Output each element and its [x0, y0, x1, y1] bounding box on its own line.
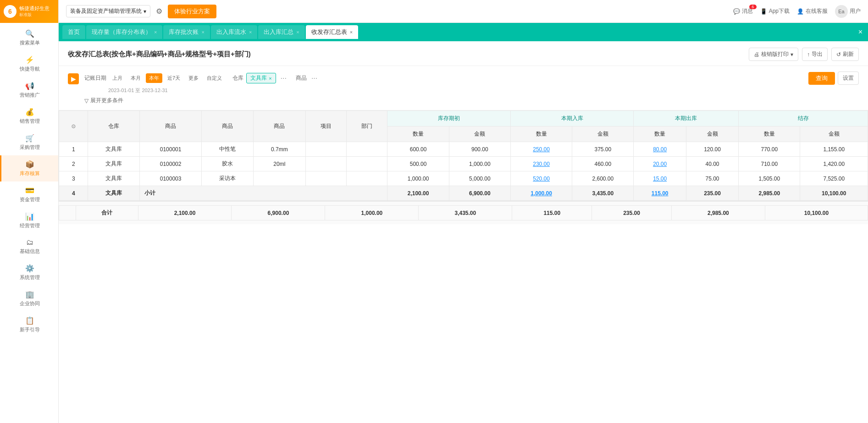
- user-item[interactable]: Ea 用户: [835, 5, 861, 18]
- app-download-item[interactable]: 📱 App下载: [760, 7, 790, 15]
- tab-label-home: 首页: [68, 28, 80, 36]
- system-name-label: 装备及固定资产辅助管理系统: [70, 7, 142, 15]
- table-row: 3 文具库 0100003 采访本 1,000.00 5,000.00 520.…: [59, 171, 868, 186]
- app-download-label: App下载: [769, 7, 790, 15]
- row-out-amt: 120.00: [686, 142, 738, 157]
- sidebar-item-basic[interactable]: 🗂 基础信息: [0, 234, 58, 259]
- tab-inventory_dist[interactable]: 现存量（库存分布表）×: [86, 25, 162, 39]
- sidebar-label-system: 系统管理: [20, 274, 40, 281]
- row-goods-spec: 20ml: [253, 157, 305, 171]
- tab-recv_send[interactable]: 收发存汇总表×: [306, 25, 358, 39]
- warehouse-tag: 文具库 ×: [246, 73, 276, 83]
- refresh-icon: ↺: [836, 51, 841, 58]
- message-icon: 💬: [733, 8, 740, 15]
- tab-close-recv_send[interactable]: ×: [350, 29, 353, 35]
- filter-toggle-button[interactable]: ▶: [68, 73, 79, 84]
- row-dept: [347, 142, 387, 157]
- row-out-qty[interactable]: 20.00: [634, 157, 686, 171]
- sidebar-item-purchase[interactable]: 🛒 采购管理: [0, 129, 58, 155]
- expand-label: 展开更多条件: [90, 97, 123, 104]
- row-in-qty[interactable]: 230.00: [510, 157, 572, 171]
- col-out-qty: 数量: [634, 126, 686, 142]
- experience-button[interactable]: 体验行业方案: [168, 5, 216, 18]
- subtotal-warehouse: 文具库: [88, 186, 140, 201]
- row-close-amt: 1,155.00: [800, 142, 868, 157]
- row-close-amt: 1,420.00: [800, 157, 868, 171]
- col-close-amt: 金额: [800, 126, 868, 142]
- row-open-amt: 5,000.00: [449, 171, 510, 186]
- system-select[interactable]: 装备及固定资产辅助管理系统 ▾: [66, 5, 150, 17]
- tab-label-inventory_dist: 现存量（库存分布表）: [92, 28, 151, 36]
- tab-close-inout_summary[interactable]: ×: [296, 29, 299, 35]
- export-button[interactable]: ↑ 导出: [802, 48, 828, 61]
- row-close-qty: 710.00: [739, 157, 800, 171]
- sidebar-item-inventory[interactable]: 📦 库存核算: [0, 155, 58, 181]
- subtotal-out-qty[interactable]: 115.00: [634, 186, 686, 201]
- date-btn-自定义[interactable]: 自定义: [204, 73, 225, 83]
- sidebar-item-operation[interactable]: 📊 经营管理: [0, 208, 58, 234]
- warehouse-label: 仓库: [232, 74, 243, 82]
- date-btn-本月[interactable]: 本月: [127, 73, 144, 83]
- row-open-qty: 500.00: [387, 157, 449, 171]
- subtotal-label: 小计: [140, 186, 387, 201]
- row-out-qty[interactable]: 15.00: [634, 171, 686, 186]
- expand-more-button[interactable]: ▽ 展开更多条件: [84, 97, 859, 104]
- print-icon: 🖨: [754, 51, 759, 58]
- date-btn-上月[interactable]: 上月: [109, 73, 126, 83]
- tab-label-inout_flow: 出入库流水: [216, 28, 246, 36]
- sidebar-label-basic: 基础信息: [20, 248, 40, 255]
- date-btn-本年[interactable]: 本年: [146, 73, 162, 83]
- tab-bar: 首页现存量（库存分布表）×库存批次账×出入库流水×出入库汇总×收发存汇总表××: [59, 23, 868, 41]
- col-close-qty: 数量: [739, 126, 800, 142]
- tab-close-inventory_dist[interactable]: ×: [154, 29, 157, 35]
- row-in-qty[interactable]: 520.00: [510, 171, 572, 186]
- total-out-amt: 235.00: [592, 206, 672, 220]
- sidebar-item-marketing[interactable]: 📢 营销推广: [0, 77, 58, 103]
- row-dept: [347, 157, 387, 171]
- tab-home[interactable]: 首页: [62, 25, 85, 39]
- row-open-qty: 1,000.00: [387, 171, 449, 186]
- sidebar-item-sales[interactable]: 💰 销售管理: [0, 103, 58, 129]
- row-out-qty[interactable]: 80.00: [634, 142, 686, 157]
- warehouse-tag-close[interactable]: ×: [269, 76, 271, 81]
- sidebar-item-quick-nav[interactable]: ⚡ 快捷导航: [0, 51, 58, 77]
- tab-bar-close[interactable]: ×: [857, 26, 864, 38]
- online-service-item[interactable]: 👤 在线客服: [797, 7, 828, 15]
- row-goods-name: 中性笔: [201, 142, 253, 157]
- sidebar-icon-system: ⚙️: [25, 264, 34, 273]
- row-in-qty[interactable]: 250.00: [510, 142, 572, 157]
- settings-button[interactable]: 设置: [838, 71, 859, 85]
- sidebar-item-system[interactable]: ⚙️ 系统管理: [0, 259, 58, 286]
- print-button[interactable]: 🖨 核销版打印 ▾: [749, 48, 798, 61]
- topbar-settings-icon[interactable]: ⚙: [156, 7, 162, 16]
- table-row: 2 文具库 0100002 胶水 20ml 500.00 1,000.00 23…: [59, 157, 868, 171]
- page-actions: 🖨 核销版打印 ▾ ↑ 导出 ↺ 刷新: [749, 48, 859, 61]
- goods-ellipsis[interactable]: ···: [310, 74, 319, 82]
- date-filter: 记账日期 上月本月本年近7天更多自定义: [84, 73, 225, 83]
- logo-badge: 标准版: [19, 12, 50, 18]
- tab-inout_summary[interactable]: 出入库汇总×: [258, 25, 304, 39]
- refresh-button[interactable]: ↺ 刷新: [831, 48, 859, 61]
- message-icon-item[interactable]: 💬 消息 6: [733, 7, 753, 15]
- query-button[interactable]: 查询: [808, 72, 835, 85]
- goods-filter: 商品 ···: [296, 74, 319, 82]
- col-settings-header[interactable]: ⚙: [59, 111, 88, 142]
- tab-batch[interactable]: 库存批次账×: [163, 25, 210, 39]
- sidebar-item-finance[interactable]: 💳 资金管理: [0, 181, 58, 208]
- col-out-amt: 金额: [686, 126, 738, 142]
- tab-inout_flow[interactable]: 出入库流水×: [211, 25, 257, 39]
- col-opening-header: 库存期初: [387, 111, 511, 126]
- tab-close-batch[interactable]: ×: [201, 29, 204, 35]
- sidebar-item-search[interactable]: 🔍 搜索菜单: [0, 25, 58, 51]
- tab-close-inout_flow[interactable]: ×: [249, 29, 252, 35]
- sidebar-icon-operation: 📊: [25, 212, 34, 221]
- date-btn-更多[interactable]: 更多: [185, 73, 202, 83]
- sidebar-item-enterprise[interactable]: 🏢 企业协同: [0, 286, 58, 312]
- sidebar-icon-search: 🔍: [25, 29, 34, 38]
- date-btn-近7天[interactable]: 近7天: [164, 73, 183, 83]
- page-title: 收发存汇总表(按仓库+商品编码+商品+规格型号+项目+部门): [68, 50, 251, 59]
- sidebar-item-guide[interactable]: 📋 新手引导: [0, 312, 58, 338]
- subtotal-in-qty[interactable]: 1,000.00: [510, 186, 572, 201]
- warehouse-ellipsis[interactable]: ···: [279, 74, 288, 82]
- sidebar-label-search: 搜索菜单: [20, 39, 40, 46]
